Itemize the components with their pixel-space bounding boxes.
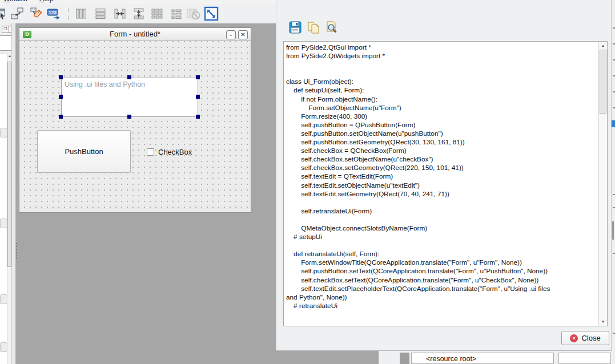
selection-handle-w[interactable] — [59, 95, 63, 99]
menu-items: WindowHelp — [3, 0, 65, 3]
close-button[interactable]: ✕ — [238, 30, 248, 39]
tree-branch-mark — [613, 194, 615, 195]
scroll-down-icon[interactable]: ▼ — [599, 319, 607, 324]
scrollbar-thumb[interactable] — [600, 50, 606, 114]
resource-tree[interactable]: <resource root> — [411, 353, 554, 364]
tree-branch-mark — [613, 59, 615, 60]
selected-row-sliver — [612, 120, 615, 127]
code-vertical-scrollbar[interactable]: ▲ ▼ — [598, 42, 607, 326]
checkbox-widget[interactable]: CheckBox — [147, 148, 192, 156]
minimize-button[interactable]: - — [226, 30, 236, 39]
property-editor-sliver — [611, 0, 615, 351]
checkbox-label: CheckBox — [158, 148, 192, 156]
v-splitter-glyph — [132, 7, 146, 21]
tab-order-glyph: 123 — [46, 7, 61, 21]
scrollbar-thumb[interactable] — [7, 62, 11, 267]
break-layout-glyph — [186, 7, 201, 21]
qt-designer-screen: WindowHelp — [0, 0, 615, 364]
minimize-icon: - — [230, 31, 232, 38]
edit-widgets-icon[interactable] — [0, 6, 7, 22]
checkbox-box[interactable] — [147, 148, 154, 156]
find-button[interactable] — [324, 21, 339, 34]
tree-branch-mark — [613, 253, 615, 254]
edit-signals-slots-icon[interactable] — [9, 6, 25, 22]
find-in-text-icon — [325, 21, 339, 34]
tree-branch-mark — [613, 43, 615, 45]
selection-handle-n[interactable] — [127, 75, 131, 79]
layout-horizontal-splitter-icon[interactable] — [112, 6, 128, 22]
form-editor-window: D Form - untitled* - ✕ Using .ui files a… — [19, 27, 251, 213]
selection-handle-sw[interactable] — [59, 115, 63, 119]
close-button-label: Close — [581, 334, 600, 342]
selection-handle-se[interactable] — [196, 115, 200, 119]
scrollbar-thumb[interactable] — [612, 221, 614, 240]
edit-widgets-glyph — [0, 7, 6, 20]
layout-horizontal-glyph — [74, 7, 88, 21]
tree-branch-mark — [613, 91, 615, 92]
edit-buddies-icon[interactable] — [29, 6, 45, 22]
layout-vertical-splitter-icon[interactable] — [131, 6, 147, 22]
selection-handle-e[interactable] — [196, 95, 200, 99]
form-canvas[interactable]: Using .ui files and Python PushButton Ch… — [19, 41, 251, 212]
layout-form-icon[interactable] — [168, 6, 184, 22]
menu-bar: WindowHelp — [0, 0, 276, 4]
scrollbar-thumb[interactable] — [400, 353, 409, 364]
adjust-size-icon[interactable] — [203, 6, 219, 22]
selection-handle-ne[interactable] — [196, 75, 200, 79]
signal-slot-glyph — [10, 7, 24, 21]
copy-button[interactable] — [306, 21, 321, 34]
selection-handle-s[interactable] — [127, 115, 131, 119]
layout-vertically-icon[interactable] — [93, 6, 108, 22]
resource-browser-panel: <resource root> — [379, 351, 615, 364]
adjust-size-glyph — [204, 6, 219, 21]
menu-help[interactable]: Help — [39, 0, 54, 3]
h-splitter-glyph — [113, 7, 127, 21]
copy-icon — [307, 21, 320, 34]
break-layout-icon[interactable] — [186, 6, 202, 22]
tab-order-badge: 123 — [49, 10, 57, 15]
close-icon: ✕ — [570, 334, 578, 342]
code-view[interactable]: from PySide2.QtGui import * from PySide2… — [283, 41, 608, 326]
resource-root-item[interactable]: <resource root> — [426, 355, 476, 363]
widget-box-panel: ❐ ✕ ▲ — [0, 23, 16, 364]
layout-vertical-glyph — [94, 7, 107, 21]
textedit-placeholder: Using .ui files and Python — [65, 80, 145, 88]
pushbutton-widget[interactable]: PushButton — [37, 130, 131, 173]
form-window-title: Form - untitled* — [19, 30, 251, 38]
form-layout-glyph — [170, 7, 183, 21]
tree-branch-mark — [613, 75, 615, 76]
dock-edge — [11, 23, 16, 364]
tree-branch-mark — [613, 207, 615, 208]
edit-tab-order-icon[interactable]: 123 — [46, 6, 62, 22]
mdi-area-bottom — [276, 351, 379, 364]
save-button[interactable] — [288, 21, 303, 34]
grid-glyph — [150, 7, 164, 21]
tree-branch-mark — [613, 27, 615, 29]
generated-python-code[interactable]: from PySide2.QtGui import * from PySide2… — [284, 42, 598, 326]
tree-branch-mark — [613, 333, 615, 334]
close-icon: ✕ — [240, 31, 245, 38]
form-window-titlebar[interactable]: D Form - untitled* - ✕ — [19, 28, 251, 41]
save-icon — [289, 21, 302, 34]
code-preview-dialog: from PySide2.QtGui import * from PySide2… — [276, 0, 611, 351]
float-icon: ❐ — [3, 27, 7, 31]
splitter-handle[interactable] — [16, 241, 18, 257]
textedit-widget[interactable]: Using .ui files and Python — [61, 78, 198, 117]
scroll-up-icon[interactable]: ▲ — [599, 43, 607, 48]
main-toolbar: 123 — [0, 4, 276, 24]
widget-box-list[interactable] — [0, 54, 7, 364]
layout-horizontally-icon[interactable] — [73, 6, 89, 22]
selection-handle-nw[interactable] — [59, 75, 63, 79]
buddy-tag-glyph — [30, 7, 43, 21]
pushbutton-label: PushButton — [65, 147, 103, 156]
menu-window[interactable]: Window — [3, 0, 28, 3]
resource-preview-box[interactable] — [558, 353, 611, 364]
toolbar-separator — [68, 8, 69, 20]
tree-branch-mark — [613, 107, 615, 108]
layout-grid-icon[interactable] — [149, 6, 165, 22]
close-dialog-button[interactable]: ✕ Close — [561, 331, 609, 345]
